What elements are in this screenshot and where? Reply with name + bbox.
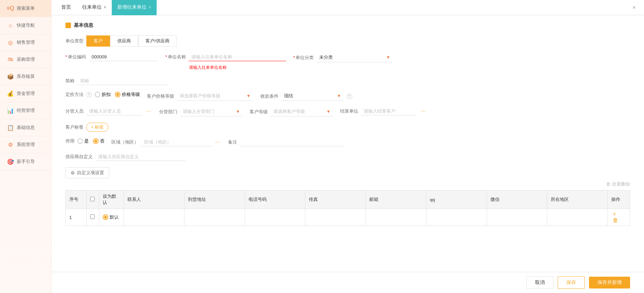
region-table-input[interactable]	[551, 215, 604, 220]
sidebar-item-finance[interactable]: 💰 资金管理	[0, 85, 51, 102]
base-icon: 📋	[7, 124, 14, 131]
pricing-row: 定价方法 ? 折扣 价格等级 客户价格	[65, 91, 630, 101]
address-input[interactable]	[188, 215, 241, 220]
code-name-row: *单位编码 *单位名称 请输入往来单位名称 *单位分类 未分类 ▼	[65, 53, 630, 71]
save-button[interactable]: 保存	[558, 276, 585, 289]
payment-terms-arrow: ▼	[337, 93, 341, 98]
supplier-custom-row: 供应商自定义	[65, 153, 630, 161]
row-default[interactable]: 默认	[99, 209, 124, 226]
remark-input[interactable]	[240, 138, 344, 146]
region-group: 区域（地区） ···	[111, 138, 221, 146]
disabled-row: 停用 是 否 区域（地区） ···	[65, 138, 630, 146]
row-fax[interactable]	[305, 209, 366, 226]
phone-input[interactable]	[249, 215, 302, 220]
unit-btn-customer[interactable]: 客户	[86, 35, 110, 47]
col-email: 邮箱	[366, 190, 426, 209]
unit-btn-supplier[interactable]: 供应商	[110, 35, 138, 47]
col-default: 设为默认	[99, 190, 124, 209]
department-label: 分管部门	[159, 109, 177, 115]
row-address[interactable]	[184, 209, 245, 226]
tab-new-partner[interactable]: 新增往来单位 ×	[112, 0, 157, 15]
row-delete-button[interactable]: 🗑	[611, 217, 620, 223]
settlement-unit-label: 结算单位	[340, 108, 358, 114]
region-dots[interactable]: ···	[214, 139, 221, 145]
sidebar-item-inventory[interactable]: 📦 库存核算	[0, 68, 51, 85]
disabled-no-radio	[93, 138, 99, 144]
row-checkbox[interactable]	[87, 209, 99, 226]
customer-price-level-select[interactable]: 请选择客户价格等级 ▼	[177, 91, 253, 101]
sidebar-item-quick-nav[interactable]: ⌂ 快捷导航	[0, 17, 51, 34]
unit-name-error: 请输入往来单位名称	[189, 65, 227, 71]
sidebar-item-sales[interactable]: ◎ 销售管理	[0, 34, 51, 51]
sidebar-item-system[interactable]: ⚙ 系统管理	[0, 136, 51, 153]
footer-bar: 取消 保存 保存并新增	[52, 272, 644, 293]
sidebar-item-purchase[interactable]: 🛍 采购管理	[0, 51, 51, 68]
unit-category-group: *单位分类 未分类 ▼	[293, 53, 393, 62]
tab-bar-close[interactable]: ×	[628, 5, 640, 11]
pricing-radio-group: 折扣 价格等级	[95, 91, 140, 98]
wechat-input[interactable]	[490, 215, 544, 220]
save-new-button[interactable]: 保存并新增	[589, 277, 630, 288]
sidebar-item-search[interactable]: ≡Q 搜索菜单	[0, 0, 51, 17]
region-input[interactable]	[141, 138, 211, 146]
tab-partners[interactable]: 往来单位 ×	[77, 0, 112, 15]
supplier-custom-label: 供应商自定义	[65, 154, 93, 160]
payment-terms-select[interactable]: 现结 ▼	[281, 91, 344, 101]
row-email[interactable]	[366, 209, 426, 226]
pricing-level[interactable]: 价格等级	[115, 91, 140, 98]
custom-settings-button[interactable]: ⚙ 自定义项设置	[65, 167, 109, 178]
email-input[interactable]	[369, 215, 423, 220]
row-contact[interactable]	[124, 209, 184, 226]
row-wechat[interactable]	[487, 209, 547, 226]
table-select-all[interactable]	[90, 197, 95, 201]
row-qq[interactable]	[426, 209, 487, 226]
unit-name-input[interactable]	[189, 53, 286, 61]
unit-code-input[interactable]	[89, 53, 158, 61]
qq-input[interactable]	[430, 215, 483, 220]
batch-delete[interactable]: 🗑 批量删除	[65, 181, 630, 187]
department-select[interactable]: 请输入分管部门 ▼	[180, 107, 243, 116]
disabled-no[interactable]: 否	[93, 138, 104, 144]
disabled-yes[interactable]: 是	[77, 138, 89, 144]
contact-input[interactable]	[127, 215, 181, 220]
settlement-unit-group: 结算单位 ···	[340, 107, 427, 115]
unit-type-label: 单位类型	[65, 38, 84, 44]
row-region[interactable]	[547, 209, 608, 226]
col-fax: 传真	[305, 190, 366, 209]
inventory-icon: 📦	[7, 73, 14, 80]
finance-icon: 💰	[7, 90, 14, 97]
supplier-custom-input[interactable]	[95, 153, 186, 161]
row-phone[interactable]	[245, 209, 305, 226]
sidebar-item-operation[interactable]: 📊 经营管理	[0, 102, 51, 119]
tab-bar: 首页 往来单位 × 新增往来单位 × ×	[52, 0, 644, 15]
manager-input[interactable]	[86, 107, 142, 115]
fax-input[interactable]	[309, 215, 362, 220]
row-select[interactable]	[90, 214, 95, 219]
section-icon	[65, 23, 71, 28]
tab-partners-close[interactable]: ×	[104, 5, 106, 10]
remark-group: 备注	[228, 138, 344, 146]
unit-category-select[interactable]: 未分类 ▼	[316, 53, 393, 62]
settlement-unit-input[interactable]	[361, 107, 417, 115]
customer-level-select[interactable]: 请选择客户等级 ▼	[270, 107, 333, 116]
cancel-button[interactable]: 取消	[526, 276, 553, 289]
sidebar-item-label: 搜索菜单	[17, 5, 35, 11]
disabled-label: 停用	[65, 138, 74, 144]
row-add-button[interactable]: +	[611, 211, 617, 217]
short-name-input[interactable]	[77, 77, 168, 85]
manager-dots[interactable]: ···	[145, 108, 152, 114]
sidebar: ≡Q 搜索菜单 ⌂ 快捷导航 ◎ 销售管理 🛍 采购管理 📦 库存核算 💰 资金…	[0, 0, 52, 293]
payment-terms-value: 现结	[284, 93, 336, 99]
col-phone: 电话号码	[245, 190, 305, 209]
unit-btn-both[interactable]: 客户/供应商	[138, 35, 177, 47]
row-default-radio[interactable]: 默认	[103, 214, 120, 220]
col-checkbox[interactable]	[87, 190, 99, 209]
tab-home[interactable]: 首页	[56, 0, 77, 15]
pricing-discount[interactable]: 折扣	[95, 91, 111, 98]
tab-new-partner-close[interactable]: ×	[149, 5, 151, 10]
sidebar-item-newbie[interactable]: 🎯 新手引导	[0, 153, 51, 170]
customer-level-label: 客户等级	[250, 109, 268, 115]
sidebar-item-base[interactable]: 📋 基础信息	[0, 119, 51, 136]
settlement-unit-dots[interactable]: ···	[419, 108, 427, 114]
add-tag-button[interactable]: + 标签	[86, 123, 108, 132]
